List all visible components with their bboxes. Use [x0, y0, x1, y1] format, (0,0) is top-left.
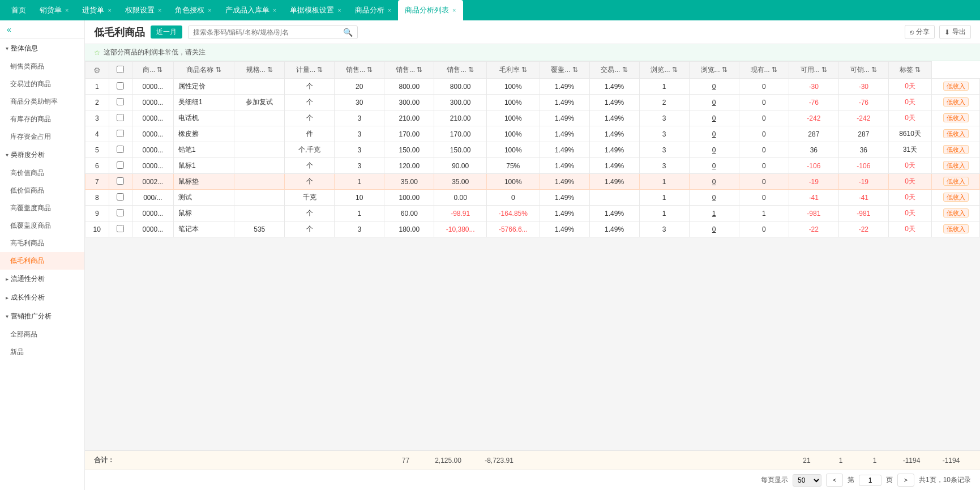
- cell-name: 鼠标1: [174, 158, 234, 174]
- view1-link[interactable]: 0: [712, 83, 716, 91]
- cell-sale1: 100.00: [384, 190, 434, 206]
- select-all-checkbox[interactable]: [117, 66, 124, 73]
- nav-perms[interactable]: 权限设置 ×: [118, 0, 168, 20]
- nav-sales-close[interactable]: ×: [65, 7, 69, 14]
- col-margin[interactable]: 毛利率 ⇅: [486, 62, 540, 79]
- col-sale-qty[interactable]: 销售... ⇅: [335, 62, 384, 79]
- col-coverage[interactable]: 覆盖... ⇅: [540, 62, 589, 79]
- view1-link[interactable]: 0: [712, 225, 716, 233]
- view1-link[interactable]: 0: [712, 130, 716, 138]
- nav-products[interactable]: 产成品入库单 ×: [219, 0, 283, 20]
- total-sale1: 2,125.00: [423, 457, 474, 465]
- sidebar-item-low-value[interactable]: 低价值商品: [0, 182, 84, 199]
- row-checkbox[interactable]: [117, 98, 124, 105]
- col-view2[interactable]: 浏览... ⇅: [689, 62, 739, 79]
- sidebar-item-high-value[interactable]: 高价值商品: [0, 164, 84, 182]
- col-sellable[interactable]: 可销... ⇅: [838, 62, 888, 79]
- row-checkbox[interactable]: [117, 146, 124, 153]
- sidebar-item-all-goods[interactable]: 全部商品: [0, 326, 84, 343]
- col-sale-amount[interactable]: 销售... ⇅: [384, 62, 434, 79]
- col-settings[interactable]: ⚙: [85, 62, 109, 79]
- nav-analysis-list-close[interactable]: ×: [452, 7, 456, 14]
- total-qty: 77: [389, 457, 423, 465]
- nav-home[interactable]: 首页: [5, 0, 33, 20]
- nav-roles[interactable]: 角色授权 ×: [168, 0, 218, 20]
- col-view1[interactable]: 浏览... ⇅: [639, 62, 689, 79]
- nav-purchase-close[interactable]: ×: [108, 7, 111, 14]
- view1-link[interactable]: 0: [712, 194, 716, 202]
- sidebar-item-high-coverage[interactable]: 高覆盖度商品: [0, 199, 84, 217]
- sidebar-section-growth[interactable]: ▸ 成长性分析: [0, 288, 84, 307]
- view1-link[interactable]: 0: [712, 162, 716, 170]
- sidebar-item-category-rate[interactable]: 商品分类助销率: [0, 93, 84, 110]
- col-tag[interactable]: 标签 ⇅: [888, 62, 931, 79]
- nav-templates-close[interactable]: ×: [337, 7, 341, 14]
- nav-analysis-close[interactable]: ×: [388, 7, 391, 14]
- col-spec[interactable]: 规格... ⇅: [234, 62, 285, 79]
- table-container: ⚙ 商... ⇅ 商品名称 ⇅ 规格... ⇅ 计量... ⇅ 销售... ⇅ …: [85, 61, 980, 450]
- view1-link[interactable]: 0: [712, 99, 716, 106]
- page-input[interactable]: [859, 475, 881, 486]
- cell-coverage: 1.49%: [589, 174, 639, 190]
- row-checkbox[interactable]: [117, 209, 124, 216]
- view1-link[interactable]: 0: [712, 146, 716, 154]
- next-page-btn[interactable]: ＞: [897, 474, 914, 487]
- search-input[interactable]: [193, 28, 343, 36]
- row-checkbox[interactable]: [117, 82, 124, 90]
- nav-analysis-list[interactable]: 商品分析列表 ×: [398, 0, 463, 20]
- nav-roles-close[interactable]: ×: [208, 7, 211, 14]
- section-arrow-overall: ▾: [6, 45, 8, 52]
- row-checkbox[interactable]: [117, 130, 124, 137]
- sidebar-item-stocked-goods[interactable]: 有库存的商品: [0, 110, 84, 128]
- nav-analysis[interactable]: 商品分析 ×: [348, 0, 398, 20]
- cell-view2: 0: [739, 79, 789, 95]
- view1-link[interactable]: 0: [712, 178, 716, 186]
- row-checkbox[interactable]: [117, 177, 124, 185]
- table-row: 4 0000... 橡皮擦 件 3 170.00 170.00 100% 1.4…: [85, 126, 980, 142]
- sidebar-section-flow[interactable]: ▸ 流通性分析: [0, 270, 84, 288]
- col-stock[interactable]: 现有... ⇅: [739, 62, 789, 79]
- export-button[interactable]: ⬇ 导出: [939, 25, 971, 39]
- sidebar-section-marketing[interactable]: ▾ 营销推广分析: [0, 307, 84, 326]
- share-button[interactable]: ⎋ 分享: [905, 25, 935, 39]
- nav-perms-close[interactable]: ×: [158, 7, 161, 14]
- sidebar-item-sales-goods[interactable]: 销售类商品: [0, 58, 84, 75]
- cell-code: 0002...: [132, 174, 173, 190]
- nav-purchase[interactable]: 进货单 ×: [75, 0, 118, 20]
- col-sale-profit[interactable]: 销售... ⇅: [434, 62, 487, 79]
- col-code[interactable]: 商... ⇅: [132, 62, 173, 79]
- col-trade[interactable]: 交易... ⇅: [589, 62, 639, 79]
- sort-icon-unit: ⇅: [317, 66, 323, 74]
- per-page-select[interactable]: 50 20 100: [793, 474, 821, 487]
- prev-page-btn[interactable]: ＜: [826, 474, 843, 487]
- sidebar-item-low-margin[interactable]: 低毛利商品: [0, 252, 84, 270]
- cell-spec: [234, 190, 285, 206]
- view1-link[interactable]: 1: [712, 210, 716, 218]
- sidebar-item-traded-goods[interactable]: 交易过的商品: [0, 75, 84, 93]
- cell-spec: [234, 126, 285, 142]
- cell-coverage: [589, 190, 639, 206]
- sidebar-collapse-btn[interactable]: «: [5, 23, 14, 36]
- row-checkbox[interactable]: [117, 161, 124, 169]
- sidebar-section-overall[interactable]: ▾ 整体信息: [0, 39, 84, 58]
- row-checkbox[interactable]: [117, 114, 124, 121]
- search-icon[interactable]: 🔍: [343, 28, 353, 37]
- nav-templates[interactable]: 单据模板设置 ×: [283, 0, 348, 20]
- row-checkbox[interactable]: [117, 193, 124, 201]
- sidebar-item-new-goods[interactable]: 新品: [0, 343, 84, 361]
- col-available[interactable]: 可用... ⇅: [789, 62, 838, 79]
- nav-sales[interactable]: 销货单 ×: [33, 0, 75, 20]
- nav-products-close[interactable]: ×: [273, 7, 276, 14]
- period-button[interactable]: 近一月: [151, 25, 182, 39]
- sidebar-item-low-coverage[interactable]: 低覆盖度商品: [0, 217, 84, 235]
- cell-view2: 0: [739, 174, 789, 190]
- cell-margin: 1.49%: [540, 174, 589, 190]
- row-checkbox[interactable]: [117, 225, 124, 232]
- view1-link[interactable]: 0: [712, 114, 716, 122]
- col-name[interactable]: 商品名称 ⇅: [174, 62, 234, 79]
- sidebar-item-high-margin[interactable]: 高毛利商品: [0, 235, 84, 252]
- sidebar-section-cluster[interactable]: ▾ 类群度分析: [0, 146, 84, 164]
- sidebar-item-stock-funds[interactable]: 库存资金占用: [0, 128, 84, 146]
- settings-icon[interactable]: ⚙: [93, 66, 101, 75]
- col-unit[interactable]: 计量... ⇅: [285, 62, 335, 79]
